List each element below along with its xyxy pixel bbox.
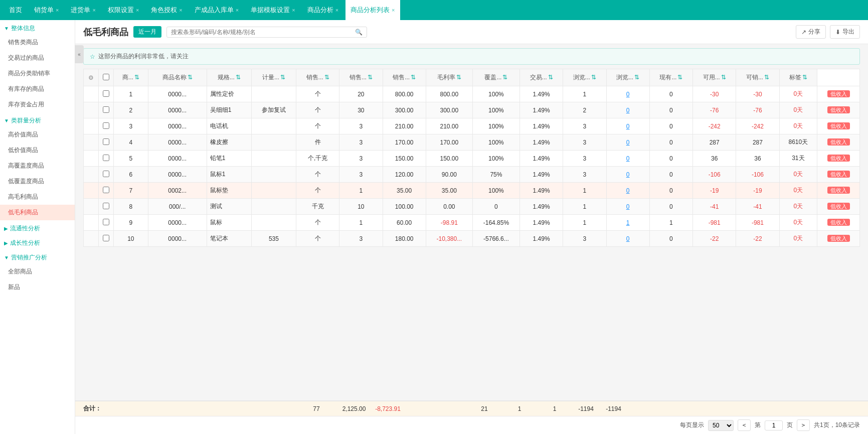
sidebar-group-circulation[interactable]: ▶ 流通性分析 [0, 220, 75, 235]
row-checkbox[interactable] [99, 231, 114, 247]
export-button[interactable]: ⬇ 导出 [830, 25, 860, 39]
row-select-checkbox[interactable] [103, 155, 109, 161]
col-views1[interactable]: 浏览...⇅ [563, 69, 606, 86]
row-views1[interactable]: 0 [606, 102, 649, 118]
row-select-checkbox[interactable] [103, 90, 109, 97]
col-spec[interactable]: 规格...⇅ [207, 69, 251, 86]
nav-product-inbound[interactable]: 产成品入库单 × [190, 0, 244, 20]
row-checkbox[interactable] [99, 167, 114, 183]
row-views1[interactable]: 1 [606, 215, 649, 231]
row-views1[interactable]: 0 [606, 183, 649, 199]
row-select-checkbox[interactable] [103, 171, 109, 177]
close-icon[interactable]: × [392, 7, 395, 13]
row-current-stock: -242 [693, 118, 736, 134]
prev-page-button[interactable]: ＜ [738, 419, 751, 431]
row-checkbox[interactable] [99, 151, 114, 167]
search-icon[interactable]: 🔍 [355, 29, 363, 36]
sidebar-group-marketing[interactable]: ▼ 营销推广分析 [0, 249, 75, 264]
col-tag[interactable]: 标签⇅ [779, 69, 817, 86]
col-saleable[interactable]: 可销...⇅ [736, 69, 779, 86]
row-sales-profit: -10,380... [426, 231, 472, 247]
close-icon[interactable]: × [56, 7, 59, 13]
col-sales-profit[interactable]: 销售...⇅ [383, 69, 426, 86]
sidebar-item-category-rate[interactable]: 商品分类助销率 [0, 66, 75, 81]
sidebar-item-low-margin[interactable]: 低毛利商品 [0, 205, 75, 220]
row-views1[interactable]: 0 [606, 199, 649, 215]
row-gross-margin: 100% [472, 102, 519, 118]
close-icon[interactable]: × [136, 7, 139, 13]
row-checkbox[interactable] [99, 134, 114, 151]
row-views1[interactable]: 0 [606, 167, 649, 183]
col-current-stock[interactable]: 现有...⇅ [649, 69, 692, 86]
page-size-select[interactable]: 50 100 200 [708, 420, 734, 431]
row-checkbox[interactable] [99, 183, 114, 199]
col-gross-margin[interactable]: 毛利率⇅ [426, 69, 472, 86]
nav-home[interactable]: 首页 [4, 0, 27, 20]
nav-purchase-order[interactable]: 进货单 × [66, 0, 100, 20]
sidebar-item-stock-products[interactable]: 有库存的商品 [0, 81, 75, 97]
row-coverage: 1.49% [519, 86, 563, 102]
sidebar-item-new-products[interactable]: 新品 [0, 279, 75, 295]
sidebar-item-all-products[interactable]: 全部商品 [0, 264, 75, 279]
col-name[interactable]: 商品名称⇅ [148, 69, 207, 86]
row-tag: 低收入 [817, 151, 860, 167]
row-select-checkbox[interactable] [103, 219, 109, 225]
row-checkbox[interactable] [99, 86, 114, 102]
nav-role-auth[interactable]: 角色授权 × [146, 0, 187, 20]
sidebar-item-high-margin[interactable]: 高毛利商品 [0, 189, 75, 205]
col-checkbox[interactable] [99, 69, 114, 86]
row-views1[interactable]: 0 [606, 231, 649, 247]
sidebar-collapse-button[interactable]: « [75, 45, 84, 63]
row-views1[interactable]: 0 [606, 151, 649, 167]
col-transactions[interactable]: 交易...⇅ [519, 69, 563, 86]
row-views1[interactable]: 0 [606, 118, 649, 134]
row-select-checkbox[interactable] [103, 235, 109, 241]
row-select-checkbox[interactable] [103, 138, 109, 145]
row-select-checkbox[interactable] [103, 106, 109, 113]
col-coverage[interactable]: 覆盖...⇅ [472, 69, 519, 86]
nav-product-analysis-list[interactable]: 商品分析列表 × [345, 0, 400, 20]
col-code[interactable]: 商...⇅ [114, 69, 148, 86]
sidebar-group-cluster[interactable]: ▼ 类群量分析 [0, 112, 75, 127]
row-unit: 件 [296, 134, 339, 151]
date-filter-button[interactable]: 近一月 [133, 26, 161, 38]
sidebar-item-low-value[interactable]: 低价值商品 [0, 142, 75, 158]
next-page-button[interactable]: ＞ [797, 419, 810, 431]
sidebar-group-overall[interactable]: ▼ 整体信息 [0, 20, 75, 35]
share-button[interactable]: ↗ 分享 [796, 25, 826, 39]
col-sales-qty[interactable]: 销售...⇅ [296, 69, 339, 86]
nav-permission[interactable]: 权限设置 × [103, 0, 144, 20]
col-unit[interactable]: 计量...⇅ [251, 69, 296, 86]
row-select-checkbox[interactable] [103, 122, 109, 129]
close-icon[interactable]: × [236, 7, 239, 13]
select-all-checkbox[interactable] [103, 74, 109, 80]
sidebar-item-sales-products[interactable]: 销售类商品 [0, 35, 75, 50]
col-available[interactable]: 可用...⇅ [693, 69, 736, 86]
sidebar-item-high-value[interactable]: 高价值商品 [0, 127, 75, 142]
row-select-checkbox[interactable] [103, 203, 109, 209]
sidebar-item-capital-usage[interactable]: 库存资金占用 [0, 97, 75, 112]
close-icon[interactable]: × [335, 7, 338, 13]
close-icon[interactable]: × [92, 7, 95, 13]
col-sales-price[interactable]: 销售...⇅ [339, 69, 383, 86]
row-checkbox[interactable] [99, 118, 114, 134]
nav-template-settings[interactable]: 单据模板设置 × [246, 0, 300, 20]
sidebar-item-traded-products[interactable]: 交易过的商品 [0, 50, 75, 66]
col-views2[interactable]: 浏览...⇅ [606, 69, 649, 86]
row-checkbox[interactable] [99, 199, 114, 215]
row-checkbox[interactable] [99, 215, 114, 231]
nav-product-analysis[interactable]: 商品分析 × [302, 0, 343, 20]
row-views1[interactable]: 0 [606, 134, 649, 151]
sidebar-group-growth[interactable]: ▶ 成长性分析 [0, 235, 75, 249]
sidebar-item-high-coverage[interactable]: 高覆盖度商品 [0, 158, 75, 174]
row-checkbox[interactable] [99, 102, 114, 118]
row-views1[interactable]: 0 [606, 86, 649, 102]
search-input[interactable] [171, 29, 353, 36]
sidebar-item-low-coverage[interactable]: 低覆盖度商品 [0, 174, 75, 189]
close-icon[interactable]: × [292, 7, 295, 13]
row-select-checkbox[interactable] [103, 187, 109, 193]
page-number-input[interactable] [765, 420, 783, 430]
col-settings[interactable]: ⚙ [84, 69, 99, 86]
close-icon[interactable]: × [179, 7, 182, 13]
nav-sales-order[interactable]: 销货单 × [29, 0, 64, 20]
